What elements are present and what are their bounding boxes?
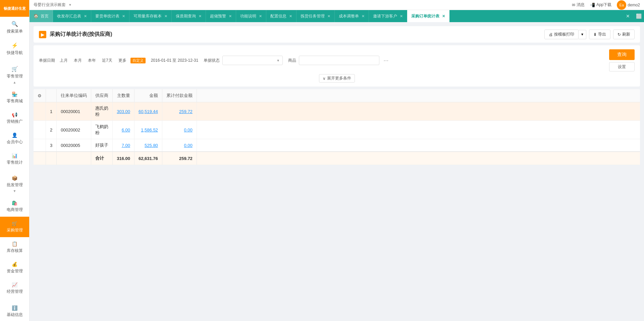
tab-peizhi[interactable]: 配置信息 ✕ bbox=[266, 10, 297, 22]
expand-filter-button[interactable]: ∨ 展开更多条件 bbox=[319, 74, 355, 83]
settings-button[interactable]: 设置 bbox=[609, 62, 635, 71]
flash-icon: ⚡ bbox=[11, 42, 18, 49]
tab-jianhua[interactable]: 拣货任务管理 ✕ bbox=[297, 10, 335, 22]
user-profile-button[interactable]: Ea demo2 bbox=[617, 0, 640, 10]
close-icon[interactable]: ✕ bbox=[362, 14, 365, 18]
qty-link[interactable]: 7.00 bbox=[117, 143, 130, 148]
table-row[interactable]: 2 00020002 飞鹤奶粉 6.00 1,586.52 0.00 bbox=[34, 121, 640, 139]
date-shortcut-lastmonth[interactable]: 上月 bbox=[58, 57, 70, 64]
sidebar-item-operations[interactable]: 📈 经营管理 bbox=[0, 278, 30, 299]
amount-link[interactable]: 525.80 bbox=[139, 143, 158, 148]
th-settings[interactable]: ⚙ bbox=[34, 89, 46, 102]
print-button[interactable]: 🖨 按模板打印 bbox=[544, 30, 579, 39]
sidebar-item-ecommerce[interactable]: 🛍️ 电商管理 bbox=[0, 196, 30, 217]
td-extra bbox=[197, 121, 640, 139]
maximize-button[interactable]: ⬜ bbox=[633, 10, 644, 22]
chevron-down-icon: ▼ bbox=[276, 59, 280, 62]
refresh-icon: ↻ bbox=[618, 32, 621, 37]
goods-input[interactable] bbox=[299, 56, 379, 65]
table-row[interactable]: 1 00020001 惠氏奶粉 303.00 60,519.44 259.72 bbox=[34, 102, 640, 121]
export-button[interactable]: ⬇ 导出 bbox=[589, 30, 610, 39]
message-icon: ✉ bbox=[572, 3, 575, 7]
tab-caigou[interactable]: 采购订单统计表 ✕ bbox=[407, 10, 449, 22]
close-icon[interactable]: ✕ bbox=[442, 14, 445, 18]
qty-link[interactable]: 303.00 bbox=[117, 109, 130, 114]
td-supplier: 惠氏奶粉 bbox=[91, 102, 113, 121]
close-icon[interactable]: ✕ bbox=[327, 14, 330, 18]
close-icon[interactable]: ✕ bbox=[289, 14, 292, 18]
tab-bar-actions: ✕ ⬜ bbox=[623, 10, 644, 22]
td-footer-empty3 bbox=[57, 152, 91, 165]
refresh-button[interactable]: ↻ 刷新 bbox=[613, 30, 635, 39]
tab-home[interactable]: 🏠 首页 bbox=[30, 10, 53, 22]
paid-link[interactable]: 0.00 bbox=[166, 143, 193, 148]
td-footer-qty: 316.00 bbox=[113, 152, 135, 165]
sidebar-item-wholesale[interactable]: 📦 批发管理 ▼ bbox=[0, 172, 30, 196]
print-dropdown-button[interactable]: ▼ bbox=[579, 30, 586, 39]
sidebar-item-shop[interactable]: 🏪 零售商城 bbox=[0, 88, 30, 108]
table-footer: 合计 316.00 62,631.76 259.72 bbox=[34, 152, 640, 165]
td-code: 00020001 bbox=[57, 102, 91, 121]
date-shortcut-thismonth[interactable]: 本月 bbox=[72, 57, 84, 64]
tab-shofahu[interactable]: 收发存汇总表 ✕ bbox=[53, 10, 91, 22]
paid-link[interactable]: 259.72 bbox=[166, 109, 193, 114]
amount-link[interactable]: 60,519.44 bbox=[139, 109, 158, 114]
tab-chaochuyujing[interactable]: 超储预警 ✕ bbox=[206, 10, 236, 22]
td-checkbox[interactable] bbox=[34, 102, 46, 121]
marketing-icon: 📢 bbox=[12, 112, 17, 117]
close-icon[interactable]: ✕ bbox=[122, 14, 125, 18]
sidebar-item-retail-stats[interactable]: 📊 零售统计 bbox=[0, 149, 30, 169]
tab-keyongliang[interactable]: 可用量库存账本 ✕ bbox=[129, 10, 172, 22]
close-icon[interactable]: ✕ bbox=[84, 14, 87, 18]
date-shortcut-more[interactable]: 更多 bbox=[116, 57, 128, 64]
sidebar-item-retail[interactable]: 🛒 零售管理 ▲ bbox=[0, 62, 30, 88]
close-icon[interactable]: ✕ bbox=[259, 14, 262, 18]
table-row[interactable]: 3 00020005 好孩子 7.00 525.80 0.00 bbox=[34, 139, 640, 152]
td-checkbox[interactable] bbox=[34, 139, 46, 152]
status-select[interactable]: ▼ bbox=[222, 56, 283, 65]
finance-icon: 💰 bbox=[12, 262, 17, 267]
close-icon[interactable]: ✕ bbox=[400, 14, 403, 18]
th-code: 往来单位编码 bbox=[57, 89, 91, 102]
stats-icon: 📊 bbox=[12, 153, 17, 158]
td-extra bbox=[197, 139, 640, 152]
page-header-actions: 🖨 按模板打印 ▼ ⬇ 导出 ↻ 刷新 bbox=[544, 30, 635, 39]
sidebar-item-basic[interactable]: ℹ️ 基础信息 bbox=[0, 301, 30, 321]
page-content: ▶ 采购订单统计表(按供应商) 🖨 按模板打印 ▼ ⬇ 导出 ↻ 刷新 bbox=[30, 22, 644, 321]
sidebar-item-inventory[interactable]: 📋 库存核算 bbox=[0, 237, 30, 258]
date-custom-tag[interactable]: 自定义 bbox=[130, 58, 146, 63]
table-header: ⚙ 往来单位编码 供应商 主数量 金额 累计付款金额 bbox=[34, 89, 640, 102]
td-footer-empty bbox=[34, 152, 46, 165]
search-button[interactable]: 查询 bbox=[609, 49, 635, 60]
qty-link[interactable]: 6.00 bbox=[117, 127, 130, 132]
tab-gongneng[interactable]: 功能说明 ✕ bbox=[236, 10, 266, 22]
sidebar-item-member[interactable]: 👤 会员中心 bbox=[0, 128, 30, 149]
sidebar-item-marketing[interactable]: 📢 营销推广 bbox=[0, 108, 30, 128]
search-icon: 🔍 bbox=[11, 21, 18, 27]
inventory-icon: 📋 bbox=[12, 241, 17, 247]
paid-link[interactable]: 0.00 bbox=[166, 127, 193, 132]
tab-yaohuo[interactable]: 要货单统计表 ✕ bbox=[91, 10, 129, 22]
more-options-icon[interactable]: ··· bbox=[383, 57, 388, 64]
close-window-button[interactable]: ✕ bbox=[623, 10, 633, 22]
filter-toggle-button[interactable]: ▶ bbox=[39, 31, 46, 38]
sidebar-item-finance[interactable]: 💰 资金管理 bbox=[0, 258, 30, 278]
sidebar-item-search[interactable]: 🔍 搜索菜单 bbox=[0, 17, 30, 38]
date-shortcut-thisyear[interactable]: 本年 bbox=[86, 57, 98, 64]
amount-link[interactable]: 1,586.52 bbox=[139, 127, 158, 132]
close-icon[interactable]: ✕ bbox=[229, 14, 232, 18]
td-checkbox[interactable] bbox=[34, 121, 46, 139]
tab-yaoqing[interactable]: 邀请下游客户 ✕ bbox=[369, 10, 407, 22]
close-icon[interactable]: ✕ bbox=[164, 14, 167, 18]
td-index: 2 bbox=[46, 121, 57, 139]
tab-baoquan[interactable]: 保质期查询 ✕ bbox=[172, 10, 206, 22]
sidebar-item-purchase[interactable]: 🛒 采购管理 bbox=[0, 217, 30, 237]
sidebar-item-shortcut[interactable]: ⚡ 快捷导航 bbox=[0, 38, 30, 60]
close-icon[interactable]: ✕ bbox=[199, 14, 202, 18]
tab-chengben[interactable]: 成本调整单 ✕ bbox=[335, 10, 369, 22]
sidebar-item-label: 采购管理 bbox=[7, 227, 23, 233]
app-download-button[interactable]: 📲 App下载 bbox=[590, 2, 611, 8]
home-icon: 🏠 bbox=[34, 14, 39, 18]
date-shortcut-7days[interactable]: 近7天 bbox=[100, 57, 114, 64]
message-button[interactable]: ✉ 消息 bbox=[572, 2, 585, 8]
